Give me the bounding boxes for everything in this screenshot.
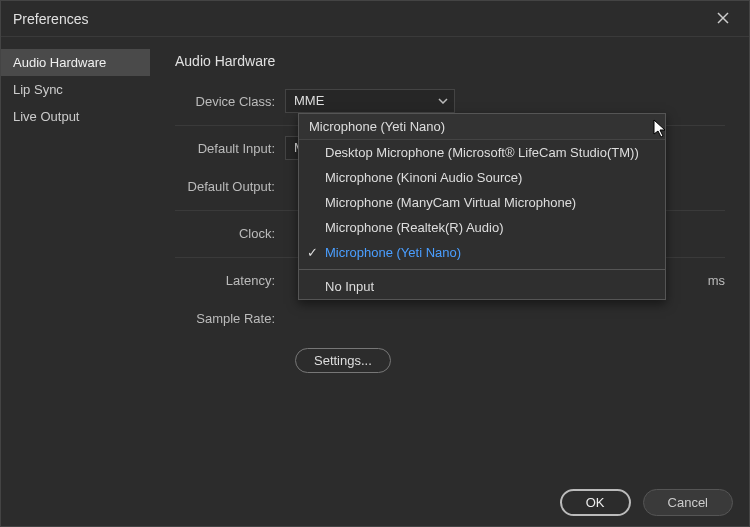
window-title: Preferences bbox=[13, 11, 88, 27]
checkmark-icon: ✓ bbox=[307, 245, 318, 260]
device-class-select[interactable]: MME bbox=[285, 89, 455, 113]
dropdown-option-no-input[interactable]: No Input bbox=[299, 274, 665, 299]
label-device-class: Device Class: bbox=[175, 94, 285, 109]
dropdown-option[interactable]: Microphone (Kinoni Audio Source) bbox=[299, 165, 665, 190]
close-icon[interactable] bbox=[709, 6, 737, 32]
dropdown-option-selected[interactable]: ✓ Microphone (Yeti Nano) bbox=[299, 240, 665, 265]
sidebar: Audio Hardware Lip Sync Live Output bbox=[1, 37, 151, 477]
dropdown-option[interactable]: Desktop Microphone (Microsoft® LifeCam S… bbox=[299, 140, 665, 165]
settings-button[interactable]: Settings... bbox=[295, 348, 391, 373]
dropdown-separator bbox=[299, 269, 665, 270]
titlebar: Preferences bbox=[1, 1, 749, 37]
body: Audio Hardware Lip Sync Live Output Audi… bbox=[1, 37, 749, 477]
chevron-down-icon bbox=[438, 98, 448, 104]
section-title: Audio Hardware bbox=[175, 53, 725, 69]
latency-unit: ms bbox=[708, 273, 725, 288]
label-default-input: Default Input: bbox=[175, 141, 285, 156]
sidebar-item-lip-sync[interactable]: Lip Sync bbox=[1, 76, 150, 103]
main-panel: Audio Hardware Device Class: MME Default… bbox=[151, 37, 749, 477]
sidebar-item-live-output[interactable]: Live Output bbox=[1, 103, 150, 130]
row-device-class: Device Class: MME bbox=[175, 87, 725, 115]
footer: OK Cancel bbox=[560, 489, 733, 516]
sidebar-item-audio-hardware[interactable]: Audio Hardware bbox=[1, 49, 150, 76]
label-clock: Clock: bbox=[175, 226, 285, 241]
default-input-dropdown: Microphone (Yeti Nano) Desktop Microphon… bbox=[298, 113, 666, 300]
dropdown-header: Microphone (Yeti Nano) bbox=[299, 114, 665, 140]
preferences-window: Preferences Audio Hardware Lip Sync Live… bbox=[0, 0, 750, 527]
row-sample-rate: Sample Rate: bbox=[175, 304, 725, 332]
cancel-button[interactable]: Cancel bbox=[643, 489, 733, 516]
dropdown-option[interactable]: Microphone (Realtek(R) Audio) bbox=[299, 215, 665, 240]
label-latency: Latency: bbox=[175, 273, 285, 288]
label-default-output: Default Output: bbox=[175, 179, 285, 194]
label-sample-rate: Sample Rate: bbox=[175, 311, 285, 326]
device-class-value: MME bbox=[294, 90, 324, 112]
dropdown-option[interactable]: Microphone (ManyCam Virtual Microphone) bbox=[299, 190, 665, 215]
dropdown-option-label: Microphone (Yeti Nano) bbox=[325, 245, 461, 260]
ok-button[interactable]: OK bbox=[560, 489, 631, 516]
